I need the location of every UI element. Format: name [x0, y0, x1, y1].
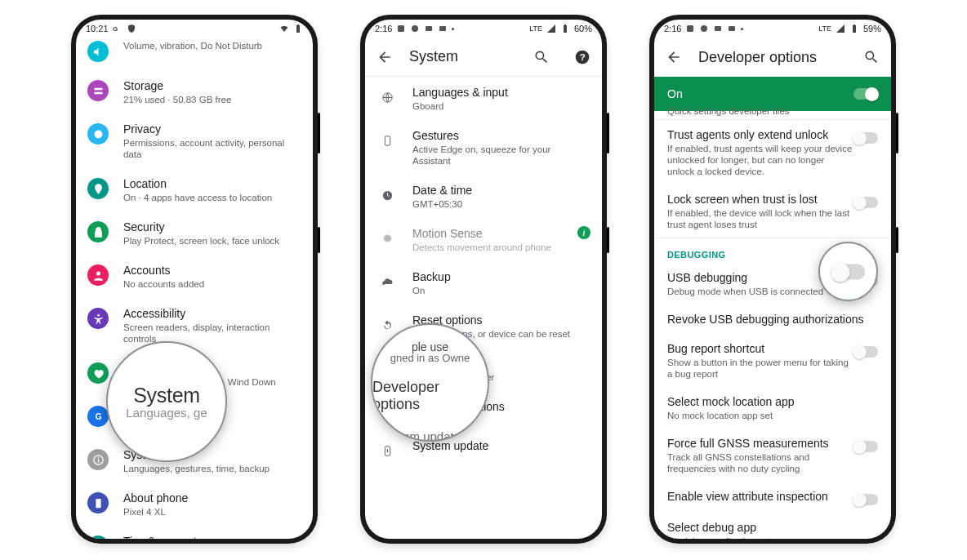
phone-icon — [87, 492, 109, 513]
info-icon — [87, 449, 109, 470]
search-icon[interactable] — [863, 49, 880, 65]
master-toggle-label: On — [667, 87, 683, 100]
row-subtitle: Screen readers, display, interaction con… — [123, 322, 301, 344]
system-row-backup[interactable]: BackupOn — [365, 261, 602, 304]
row-title: Security — [123, 220, 301, 234]
row-title: Force full GNSS measurements — [667, 436, 853, 451]
power-button — [318, 227, 320, 253]
toggle[interactable] — [853, 132, 878, 144]
update-icon — [377, 440, 398, 461]
settings-row-storage[interactable]: Storage21% used · 50.83 GB free — [76, 70, 313, 113]
app1-icon — [396, 24, 406, 33]
settings-row-security[interactable]: SecurityPlay Protect, screen lock, face … — [76, 211, 313, 255]
svg-rect-7 — [97, 459, 98, 462]
app3-icon — [713, 24, 723, 33]
dev-row-bug-report-shortcut[interactable]: Bug report shortcutShow a button in the … — [654, 334, 891, 387]
settings-row-location[interactable]: LocationOn · 4 apps have access to locat… — [76, 168, 313, 211]
settings-row-accessibility[interactable]: AccessibilityScreen readers, display, in… — [76, 298, 313, 353]
row-subtitle: Gboard — [412, 100, 590, 112]
row-subtitle: Show a button in the power menu for taki… — [667, 357, 853, 380]
row-subtitle: Active Edge on, squeeze for your Assista… — [412, 144, 590, 167]
system-row-gestures[interactable]: GesturesActive Edge on, squeeze for your… — [365, 120, 602, 175]
status-bar: 2:16 LTE 59% — [654, 20, 891, 38]
settings-row-accounts[interactable]: AccountsNo accounts added — [76, 255, 313, 298]
user-icon — [87, 264, 109, 286]
pin-icon — [87, 178, 109, 199]
dev-row-enable-view-attribute-inspection[interactable]: Enable view attribute inspection — [654, 482, 891, 513]
clock: 10:21 — [86, 24, 109, 33]
network-label: LTE — [818, 24, 831, 33]
network-label: LTE — [529, 24, 542, 33]
clock: 2:16 — [375, 24, 392, 33]
cutoff-item[interactable]: Quick settings developer tiles — [654, 106, 891, 119]
row-subtitle: No accounts added — [123, 278, 301, 290]
dev-row-select-mock-location-app[interactable]: Select mock location appNo mock location… — [654, 387, 891, 429]
row-title: Gestures — [412, 128, 590, 143]
settings-row-tips-support[interactable]: ?Tips & supportHelp articles, phone & ch… — [76, 526, 313, 539]
svg-point-13 — [412, 25, 418, 32]
row-title: Languages & input — [412, 85, 590, 100]
power-button — [896, 227, 898, 253]
system-row-motion-sense[interactable]: Motion SenseDetects movement around phon… — [365, 218, 602, 261]
dev-row-force-full-gnss-measurements[interactable]: Force full GNSS measurementsTrack all GN… — [654, 429, 891, 482]
battery-icon — [560, 24, 570, 33]
clock-icon — [377, 184, 398, 206]
system-row-system-update[interactable]: System update — [365, 430, 602, 469]
magnified-title: System — [133, 384, 200, 407]
toggle[interactable] — [853, 346, 878, 358]
svg-point-1 — [94, 130, 102, 138]
row-title: Lock screen when trust is lost — [667, 192, 853, 207]
svg-rect-28 — [729, 26, 735, 31]
dev-row-select-debug-app[interactable]: Select debug appNo debug application set — [654, 513, 891, 539]
app3-icon — [424, 24, 434, 33]
master-toggle[interactable] — [853, 88, 878, 100]
dev-row-revoke-usb-debugging-authorizations[interactable]: Revoke USB debugging authorizations — [654, 304, 891, 334]
reset-icon — [377, 314, 398, 336]
gesture-icon — [377, 130, 398, 151]
globe-icon — [377, 87, 398, 108]
svg-text:G: G — [95, 412, 101, 421]
app4-icon — [727, 24, 737, 33]
dev-row-lock-screen-when-trust-is-lost[interactable]: Lock screen when trust is lostIf enabled… — [654, 184, 891, 238]
row-title: Privacy — [123, 122, 301, 136]
back-icon[interactable] — [666, 49, 682, 65]
row-title: Date & time — [412, 183, 590, 198]
toggle[interactable] — [853, 494, 878, 505]
magnifier-usb-toggle — [818, 242, 878, 301]
magnifier-system: System Languages, ge — [106, 341, 227, 462]
toggle[interactable] — [853, 197, 878, 208]
system-row-date-time[interactable]: Date & timeGMT+05:30 — [365, 175, 602, 218]
dev-row-trust-agents-only-extend-unlock[interactable]: Trust agents only extend unlockIf enable… — [654, 120, 891, 184]
settings-row-sound[interactable]: Volume, vibration, Do Not Disturb — [76, 38, 313, 70]
settings-list[interactable]: Volume, vibration, Do Not DisturbStorage… — [76, 38, 313, 539]
row-title: Accessibility — [123, 306, 301, 321]
row-title: Select mock location app — [667, 394, 878, 409]
more-notif-icon — [741, 28, 743, 30]
power-button — [607, 227, 609, 253]
row-subtitle: If enabled, the device will lock when th… — [667, 207, 853, 230]
app2-icon — [699, 24, 709, 33]
row-subtitle: GMT+05:30 — [412, 198, 590, 210]
volume-button — [318, 113, 320, 153]
shield-icon — [127, 24, 136, 33]
system-row-languages-input[interactable]: Languages & inputGboard — [365, 77, 602, 120]
row-subtitle: Volume, vibration, Do Not Disturb — [123, 40, 301, 51]
toggle[interactable] — [853, 441, 878, 452]
back-icon[interactable] — [377, 49, 393, 65]
info-badge-icon[interactable]: i — [577, 226, 590, 239]
row-title: Storage — [123, 78, 301, 93]
row-title: Enable view attribute inspection — [667, 489, 853, 504]
help-icon[interactable]: ? — [574, 49, 590, 65]
row-title: About phone — [123, 491, 301, 505]
row-subtitle: Detects movement around phone — [412, 242, 563, 253]
row-title: Motion Sense — [412, 226, 563, 241]
search-icon[interactable] — [533, 49, 550, 65]
settings-row-privacy[interactable]: PrivacyPermissions, account activity, pe… — [76, 113, 313, 168]
svg-rect-14 — [426, 26, 432, 31]
settings-row-about-phone[interactable]: About phonePixel 4 XL — [76, 482, 313, 526]
volume-button — [896, 113, 898, 153]
a11y-icon — [87, 308, 109, 329]
svg-point-26 — [701, 25, 707, 32]
app1-icon — [685, 24, 695, 33]
battery-pct: 60% — [574, 24, 592, 33]
